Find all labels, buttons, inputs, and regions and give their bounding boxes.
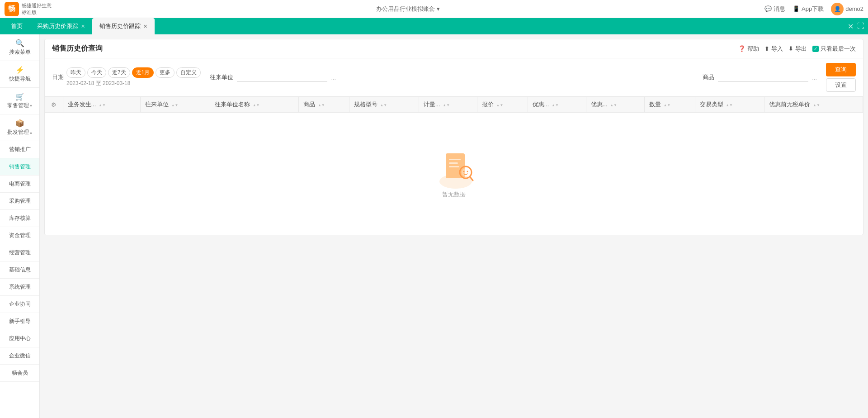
date-filter-row: 昨天 今天 近7天 近1月 更多 自定义 2023-02-18 至 2023-0… bbox=[66, 67, 201, 87]
sidebar-item-marketing[interactable]: 营销推广 bbox=[0, 141, 39, 158]
data-table: ⚙ 业务发生... ▲▼ 往来单位 ▲▼ 往来单位名称 bbox=[45, 97, 863, 113]
sidebar-item-retail-mgmt[interactable]: 🛒 零售管理 ▾ bbox=[0, 88, 39, 114]
sidebar-item-purchase[interactable]: 采购管理 bbox=[0, 193, 39, 210]
svg-rect-4 bbox=[449, 162, 458, 164]
import-btn[interactable]: ⬆ 导入 bbox=[764, 45, 783, 53]
user-menu[interactable]: 👤 demo2 bbox=[831, 3, 863, 15]
sidebar-item-enterprise-coop[interactable]: 企业协同 bbox=[0, 296, 39, 313]
sort-icon: ▲▼ bbox=[253, 104, 260, 107]
date-btn-custom[interactable]: 自定义 bbox=[176, 67, 201, 78]
tab-sales-history[interactable]: 销售历史价跟踪 ✕ bbox=[92, 18, 155, 34]
col-unit[interactable]: 计量... ▲▼ bbox=[419, 97, 477, 113]
sort-icon: ▲▼ bbox=[610, 104, 617, 107]
partner-input[interactable] bbox=[237, 73, 327, 82]
col-trade-type[interactable]: 交易类型 ▲▼ bbox=[695, 97, 764, 113]
sidebar-item-member-club[interactable]: 畅会员 bbox=[0, 365, 39, 382]
col-pretax-price[interactable]: 优惠前无税单价 ▲▼ bbox=[764, 97, 863, 113]
sidebar-item-enterprise-wechat[interactable]: 企业微信 bbox=[0, 347, 39, 365]
search-icon: 🔍 bbox=[15, 39, 24, 48]
tab-close-sales[interactable]: ✕ bbox=[143, 24, 147, 29]
page-header: 销售历史价查询 ❓ 帮助 ⬆ 导入 ⬇ 导出 ✓ bbox=[45, 39, 863, 58]
date-btn-today[interactable]: 今天 bbox=[87, 67, 106, 78]
sidebar-item-wholesale-mgmt[interactable]: 📦 批发管理 ▴ bbox=[0, 114, 39, 141]
export-btn[interactable]: ⬇ 导出 bbox=[788, 45, 807, 53]
sidebar-item-finance[interactable]: 资金管理 bbox=[0, 227, 39, 244]
date-label: 日期 bbox=[52, 73, 64, 81]
only-last-toggle[interactable]: ✓ 只看最后一次 bbox=[812, 45, 856, 53]
filter-bar: 日期 昨天 今天 近7天 近1月 更多 自定义 2023-02-18 至 202… bbox=[45, 58, 863, 97]
partner-label: 往来单位 bbox=[210, 73, 233, 81]
date-btn-more[interactable]: 更多 bbox=[156, 67, 175, 78]
sidebar-item-system[interactable]: 系统管理 bbox=[0, 279, 39, 296]
sidebar-item-basic-info[interactable]: 基础信息 bbox=[0, 261, 39, 279]
dropdown-area[interactable]: 办公用品行业模拟账套 ▾ bbox=[376, 5, 440, 13]
col-discount1[interactable]: 优惠... ▲▼ bbox=[528, 97, 586, 113]
help-icon: ❓ bbox=[738, 45, 745, 52]
sort-icon: ▲▼ bbox=[664, 104, 671, 107]
empty-icon bbox=[436, 149, 472, 185]
sidebar-item-sales-mgmt[interactable]: 销售管理 bbox=[0, 158, 39, 176]
export-icon: ⬇ bbox=[788, 45, 793, 52]
sort-icon: ▲▼ bbox=[318, 104, 325, 107]
filter-row: 日期 昨天 今天 近7天 近1月 更多 自定义 2023-02-18 至 202… bbox=[52, 63, 856, 92]
col-quote[interactable]: 报价 ▲▼ bbox=[477, 97, 528, 113]
message-btn[interactable]: 💬 消息 bbox=[764, 5, 785, 13]
checkbox-icon: ✓ bbox=[812, 46, 819, 52]
col-settings[interactable]: ⚙ bbox=[45, 97, 63, 113]
goods-filter-group: 商品 ... bbox=[703, 73, 817, 82]
top-bar-right: 💬 消息 📱 App下载 👤 demo2 bbox=[764, 3, 863, 15]
sort-icon: ▲▼ bbox=[380, 104, 387, 107]
svg-point-7 bbox=[462, 168, 470, 176]
empty-illustration bbox=[436, 149, 476, 190]
sort-icon: ▲▼ bbox=[171, 104, 179, 107]
help-btn[interactable]: ❓ 帮助 bbox=[738, 45, 759, 53]
col-qty[interactable]: 数量 ▲▼ bbox=[644, 97, 695, 113]
tab-close-all-btn[interactable]: ✕ bbox=[848, 22, 854, 31]
sidebar-item-quick-nav[interactable]: ⚡ 快捷导航 bbox=[0, 61, 39, 88]
top-bar: 畅 畅捷通好生意 标准版 办公用品行业模拟账套 ▾ 💬 消息 📱 App下载 👤… bbox=[0, 0, 868, 18]
tab-close-purchase[interactable]: ✕ bbox=[81, 24, 85, 29]
date-btn-7days[interactable]: 近7天 bbox=[108, 67, 130, 78]
col-spec[interactable]: 规格型号 ▲▼ bbox=[349, 97, 419, 113]
sidebar-item-new-guide[interactable]: 新手引导 bbox=[0, 313, 39, 330]
sidebar-item-operations[interactable]: 经营管理 bbox=[0, 244, 39, 261]
nav-icon: ⚡ bbox=[15, 66, 24, 74]
phone-icon: 📱 bbox=[793, 5, 800, 12]
sidebar-item-search-menu[interactable]: 🔍 搜索菜单 bbox=[0, 34, 39, 61]
sidebar-item-app-center[interactable]: 应用中心 bbox=[0, 330, 39, 347]
tab-bar-actions: ✕ ⛶ bbox=[848, 22, 864, 31]
sidebar-item-inventory[interactable]: 库存核算 bbox=[0, 210, 39, 227]
sidebar-item-ecommerce[interactable]: 电商管理 bbox=[0, 176, 39, 193]
main-layout: 🔍 搜索菜单 ⚡ 快捷导航 🛒 零售管理 ▾ 📦 批发管理 ▴ 营销推广 销售管… bbox=[0, 34, 868, 418]
empty-state: 暂无数据 bbox=[45, 113, 863, 235]
app-download-btn[interactable]: 📱 App下载 bbox=[793, 5, 824, 13]
import-icon: ⬆ bbox=[764, 45, 769, 52]
goods-input[interactable] bbox=[718, 73, 808, 82]
date-btn-1month[interactable]: 近1月 bbox=[132, 67, 154, 78]
goods-picker-btn[interactable]: ... bbox=[812, 74, 817, 81]
logo-text: 畅捷通好生意 标准版 bbox=[22, 2, 52, 15]
tab-maximize-btn[interactable]: ⛶ bbox=[857, 22, 864, 30]
message-icon: 💬 bbox=[764, 5, 772, 12]
col-partner-code[interactable]: 往来单位 ▲▼ bbox=[141, 97, 210, 113]
sort-icon: ▲▼ bbox=[726, 104, 733, 107]
query-button[interactable]: 查询 bbox=[826, 63, 856, 76]
sort-icon: ▲▼ bbox=[496, 104, 504, 107]
svg-point-10 bbox=[467, 171, 468, 172]
date-btn-yesterday[interactable]: 昨天 bbox=[66, 67, 85, 78]
col-goods[interactable]: 商品 ▲▼ bbox=[299, 97, 349, 113]
col-biz-date[interactable]: 业务发生... ▲▼ bbox=[63, 97, 141, 113]
page-card: 销售历史价查询 ❓ 帮助 ⬆ 导入 ⬇ 导出 ✓ bbox=[44, 39, 863, 235]
tab-bar: 首页 采购历史价跟踪 ✕ 销售历史价跟踪 ✕ ✕ ⛶ bbox=[0, 18, 868, 34]
col-discount2[interactable]: 优惠... ▲▼ bbox=[586, 97, 644, 113]
settings-button[interactable]: 设置 bbox=[826, 78, 856, 92]
avatar: 👤 bbox=[831, 3, 844, 15]
col-partner-name[interactable]: 往来单位名称 ▲▼ bbox=[210, 97, 299, 113]
partner-picker-btn[interactable]: ... bbox=[331, 74, 336, 81]
sort-icon: ▲▼ bbox=[99, 104, 106, 107]
date-filter-group: 日期 昨天 今天 近7天 近1月 更多 自定义 2023-02-18 至 202… bbox=[52, 67, 201, 87]
partner-filter-group: 往来单位 ... bbox=[210, 73, 693, 82]
table-wrapper: ⚙ 业务发生... ▲▼ 往来单位 ▲▼ 往来单位名称 bbox=[45, 97, 863, 235]
tab-home[interactable]: 首页 bbox=[4, 18, 30, 34]
tab-purchase-history[interactable]: 采购历史价跟踪 ✕ bbox=[30, 18, 92, 34]
